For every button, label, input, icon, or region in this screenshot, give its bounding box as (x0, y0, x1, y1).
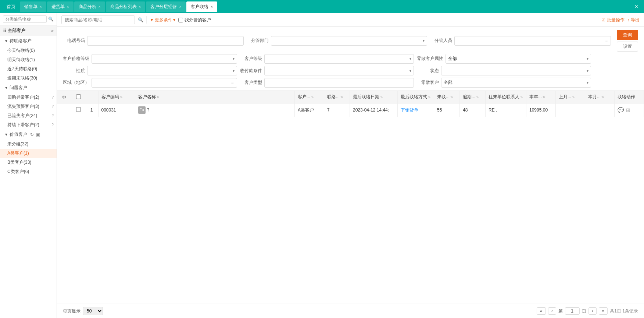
grid-icon: ⠿ (3, 28, 6, 33)
sidebar-item-lost[interactable]: 已流失客户(24) ? (0, 111, 57, 120)
th-year-amount[interactable]: 本年...⇅ (526, 91, 556, 103)
filter-phone-input[interactable] (87, 36, 244, 46)
share-icon[interactable]: ⊞ (626, 107, 630, 113)
th-pending[interactable]: 未联...⇅ (434, 91, 460, 103)
sidebar-search-input[interactable] (3, 15, 47, 23)
row-checkbox[interactable] (72, 103, 85, 117)
prev-page-btn[interactable]: ‹ (548, 307, 556, 315)
main-layout: 🔍 ⠿ 全部客户 « ▼ 待联络客户 今天待联络(0) 明天待联络(1) 近7天… (0, 13, 644, 318)
th-code[interactable]: 客户编码⇅ (98, 91, 135, 103)
last-method-link[interactable]: 下销货单 (401, 107, 418, 113)
customer-name-text: ? (147, 107, 150, 113)
sidebar-item-week-pending[interactable]: 近7天待联络(0) (0, 64, 57, 74)
last-page-btn[interactable]: » (599, 307, 608, 315)
sidebar-group-pending[interactable]: ▼ 待联络客户 (0, 36, 57, 46)
filter-search-input[interactable] (61, 15, 135, 24)
filter-row-1: 电话号码 分管部门 ▾ 分管人员 ··· 查询 (63, 30, 638, 52)
nature-caret: ▾ (233, 69, 235, 73)
th-contacts[interactable]: 联络...⇅ (324, 91, 350, 103)
nav-home[interactable]: 首页 (3, 1, 19, 12)
sidebar-group-problem[interactable]: ▼ 问题客户 (0, 83, 57, 93)
sidebar-item-declining[interactable]: 持续下滑客户(2) ? (0, 120, 57, 130)
filter-payment-field: 收付款条件 ▾ (240, 66, 414, 75)
sidebar-item-loss-warn[interactable]: 流失预警客户(3) ? (0, 102, 57, 111)
value-refresh-icon[interactable]: ↻ (30, 132, 34, 137)
nav-tab-analysis-close[interactable]: × (99, 5, 101, 9)
filter-retail-customer-select[interactable]: 全部 ▾ (441, 78, 591, 88)
sidebar-item-class-c[interactable]: C类客户(6) (0, 167, 57, 176)
caret-icon: ▾ (173, 17, 175, 22)
query-button[interactable]: 查询 (617, 30, 638, 40)
sidebar-collapse-btn[interactable]: « (51, 28, 54, 33)
value-settings-icon[interactable]: ▣ (36, 132, 40, 137)
filter-dept-select[interactable]: ▾ (271, 36, 427, 46)
filter-nature-label: 性质 (63, 68, 85, 74)
th-this-month[interactable]: 本月...⇅ (585, 91, 615, 103)
nav-tab-purchase-close[interactable]: × (67, 5, 69, 9)
th-last-month[interactable]: 上月...⇅ (556, 91, 585, 103)
th-contact-person[interactable]: 往来单位联系人⇅ (486, 91, 526, 103)
th-last-method[interactable]: 最后联络方式⇅ (398, 91, 434, 103)
page-size-select[interactable]: 10 20 50 100 (83, 307, 103, 315)
row-select-checkbox[interactable] (76, 107, 81, 112)
my-customers-checkbox[interactable] (178, 18, 183, 22)
nav-tab-sales-close[interactable]: × (40, 5, 42, 9)
filter-payment-label: 收付款条件 (240, 68, 262, 74)
th-overdue[interactable]: 逾期...⇅ (460, 91, 486, 103)
sidebar-group-value[interactable]: ▼ 价值客户 ↻ ▣ (0, 130, 57, 139)
nav-tab-customer-segment-close[interactable]: × (179, 5, 181, 9)
nav-tab-customer-contact-close[interactable]: × (211, 5, 213, 9)
filter-search-btn[interactable]: 🔍 (138, 17, 143, 22)
page-size-label: 每页显示 (63, 308, 80, 314)
filter-retail-attr-select[interactable]: 全部 ▾ (446, 54, 591, 64)
first-page-btn[interactable]: « (537, 307, 546, 315)
settings-button[interactable]: 设置 (617, 42, 638, 52)
sidebar-search-icon[interactable]: 🔍 (48, 17, 54, 22)
th-name[interactable]: 客户名称⇅ (135, 91, 295, 103)
filter-price-level-select[interactable]: ▾ (92, 54, 237, 64)
filter-manager-input[interactable]: ··· (454, 36, 611, 46)
next-page-btn[interactable]: › (588, 307, 597, 315)
window-close-btn[interactable]: × (632, 2, 641, 11)
filter-my-customers[interactable]: 我分管的客户 (178, 17, 211, 23)
nav-tab-analysis[interactable]: 商品分析 × (74, 1, 105, 12)
filter-dept-label: 分管部门 (247, 38, 269, 44)
filter-region-input[interactable]: ··· (92, 78, 237, 88)
th-checkbox[interactable] (72, 91, 85, 103)
export-btn[interactable]: ↑ 导出 (627, 17, 640, 23)
nav-tab-purchase[interactable]: 进货单 × (47, 1, 74, 12)
filter-customer-level-select[interactable]: ▾ (264, 54, 414, 64)
nav-tab-analysis-list-close[interactable]: × (139, 5, 141, 9)
filter-price-level-field: 客户价格等级 ▾ (63, 54, 237, 64)
batch-op-btn[interactable]: ☑ 批量操作 (601, 17, 624, 23)
filter-customer-type-input[interactable] (264, 78, 414, 88)
row-last-method[interactable]: 下销货单 (398, 103, 434, 117)
customer-level-caret: ▾ (409, 57, 411, 61)
nav-tab-customer-segment[interactable]: 客户分层经营 × (146, 1, 186, 12)
chat-icon[interactable]: 💬 (618, 107, 624, 113)
nav-tab-sales[interactable]: 销售单 × (20, 1, 46, 12)
nav-tab-customer-contact[interactable]: 客户联络 × (186, 1, 217, 12)
sidebar: 🔍 ⠿ 全部客户 « ▼ 待联络客户 今天待联络(0) 明天待联络(1) 近7天… (0, 13, 57, 318)
sidebar-item-abnormal[interactable]: 回购异常客户(2) ? (0, 93, 57, 102)
th-settings[interactable]: ⚙ (57, 91, 72, 103)
sidebar-item-overdue-pending[interactable]: 逾期未联络(30) (0, 74, 57, 83)
sidebar-item-tomorrow-pending[interactable]: 明天待联络(1) (0, 55, 57, 64)
filter-status-select[interactable]: ▾ (441, 66, 591, 75)
filter-payment-select[interactable]: ▾ (264, 66, 414, 75)
page-size-container: 每页显示 10 20 50 100 (63, 307, 103, 315)
payment-caret: ▾ (409, 69, 411, 73)
th-level[interactable]: 客户...⇅ (295, 91, 324, 103)
sidebar-item-today-pending[interactable]: 今天待联络(0) (0, 46, 57, 55)
sidebar-item-class-a[interactable]: A类客户(1) (0, 149, 57, 158)
status-caret: ▾ (587, 69, 588, 73)
filter-more-btn[interactable]: ▼ 更多条件 ▾ (150, 17, 175, 23)
th-last-date[interactable]: 最后联络日期⇅ (350, 91, 398, 103)
filter-nature-select[interactable]: ▾ (87, 66, 237, 75)
select-all-checkbox[interactable] (76, 94, 81, 99)
page-number-input[interactable] (565, 307, 580, 315)
nav-tab-analysis-list[interactable]: 商品分析列表 × (106, 1, 146, 12)
all-customers-header[interactable]: ⠿ 全部客户 « (0, 25, 57, 36)
sidebar-item-class-b[interactable]: B类客户(33) (0, 158, 57, 167)
sidebar-item-unclassified[interactable]: 未分组(32) (0, 139, 57, 149)
